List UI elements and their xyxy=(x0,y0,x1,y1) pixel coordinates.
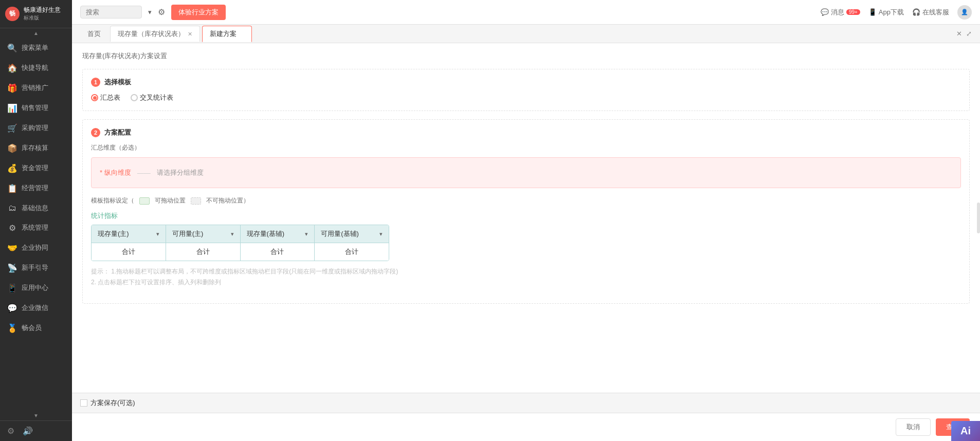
topbar-left: ▾ ⚙ 体验行业方案 xyxy=(80,5,226,20)
antenna-icon: 📡 xyxy=(7,263,17,273)
tab-bar-actions: ✕ ⤢ xyxy=(956,30,972,38)
page-title: 现存量(库存状况表)方案设置 xyxy=(82,51,970,61)
stats-col-2[interactable]: 现存量(基辅) ▾ xyxy=(241,225,315,243)
sidebar-item-search-menu[interactable]: 🔍 搜索菜单 xyxy=(0,38,72,58)
section1-title: 选择模板 xyxy=(104,78,131,87)
sidebar-nav: 🔍 搜索菜单 🏠 快捷导航 🎁 营销推广 📊 销售管理 🛒 采购管理 📦 库存核… xyxy=(0,38,72,411)
headset-icon: 🎧 xyxy=(912,8,920,16)
tab-inventory-close[interactable]: ✕ xyxy=(188,31,192,38)
gear-icon: ⚙ xyxy=(7,223,17,233)
topbar: ▾ ⚙ 体验行业方案 💬 消息 99+ 📱 App下载 🎧 在线客服 👤 xyxy=(72,0,980,25)
tips-label: 提示： xyxy=(91,268,110,275)
sidebar-item-sales[interactable]: 📊 销售管理 xyxy=(0,98,72,118)
tab-home[interactable]: 首页 xyxy=(80,26,108,42)
stats-col-3[interactable]: 可用量(基辅) ▾ xyxy=(315,225,389,243)
clipboard-icon: 📋 xyxy=(7,183,17,193)
phone-icon: 📱 xyxy=(868,8,877,16)
home-icon: 🏠 xyxy=(7,63,17,73)
volume-icon[interactable]: 🔊 xyxy=(23,426,33,436)
draggable-icon xyxy=(139,197,150,205)
close-window-icon[interactable]: ✕ xyxy=(956,30,962,38)
app-logo: 畅 畅康通好生意 标准版 xyxy=(0,0,72,28)
stats-cell-2: 合计 xyxy=(241,243,315,261)
sidebar-item-basic-info[interactable]: 🗂 基础信息 xyxy=(0,198,72,218)
chevron-col1[interactable]: ▾ xyxy=(231,231,234,237)
section1-header: 1 选择模板 xyxy=(91,78,961,87)
topbar-gear-icon[interactable]: ⚙ xyxy=(158,7,165,17)
tips-item-1: 提示： 1.拖动标题栏可以调整布局，不可跨维度或指标区域拖动栏目字段(只能在同一… xyxy=(91,267,961,276)
chevron-col0[interactable]: ▾ xyxy=(156,231,159,237)
indicators-setting: 模板指标设定（ 可拖动位置 不可拖动位置） xyxy=(91,196,961,205)
section-plan-config: 2 方案配置 汇总维度（必选） * 纵向维度 —— 请选择分组维度 模板指标设定… xyxy=(82,119,970,304)
stats-cell-1: 合计 xyxy=(166,243,241,261)
online-service-btn[interactable]: 🎧 在线客服 xyxy=(912,8,949,17)
mobile-icon: 📱 xyxy=(7,283,17,293)
app-name: 畅康通好生意 标准版 xyxy=(24,6,61,22)
action-bar: 取消 查询 xyxy=(72,413,980,441)
cancel-button[interactable]: 取消 xyxy=(896,418,931,436)
sidebar-item-purchase[interactable]: 🛒 采购管理 xyxy=(0,118,72,138)
dimension-divider: —— xyxy=(137,169,151,177)
search-input[interactable] xyxy=(80,6,142,19)
user-avatar[interactable]: 👤 xyxy=(957,5,972,20)
section-choose-template: 1 选择模板 汇总表 交叉统计表 xyxy=(82,69,970,111)
option-cross[interactable]: 交叉统计表 xyxy=(131,93,173,102)
chart-icon: 📊 xyxy=(7,103,17,113)
folder-icon: 🗂 xyxy=(7,204,17,213)
settings-icon[interactable]: ⚙ xyxy=(7,426,14,436)
stats-cell-3: 合计 xyxy=(315,243,389,261)
radio-summary[interactable] xyxy=(91,94,98,101)
option-summary[interactable]: 汇总表 xyxy=(91,93,120,102)
tab-inventory-status[interactable]: 现存量（库存状况表） ✕ xyxy=(110,26,200,42)
expand-window-icon[interactable]: ⤢ xyxy=(966,30,972,38)
sidebar-scroll-up[interactable]: ▲ xyxy=(0,28,72,38)
sidebar-item-system[interactable]: ⚙ 系统管理 xyxy=(0,218,72,238)
save-plan-checkbox[interactable] xyxy=(80,399,87,407)
app-download-btn[interactable]: 📱 App下载 xyxy=(868,8,904,17)
sidebar-item-company[interactable]: 🤝 企业协同 xyxy=(0,238,72,258)
chevron-col3[interactable]: ▾ xyxy=(379,231,383,237)
dimension-area[interactable]: * 纵向维度 —— 请选择分组维度 xyxy=(91,157,961,188)
trial-btn[interactable]: 体验行业方案 xyxy=(171,5,226,20)
tips-item-2: 2. 点击标题栏下拉可设置排序、插入列和删除列 xyxy=(91,278,961,287)
main-area: ▾ ⚙ 体验行业方案 💬 消息 99+ 📱 App下载 🎧 在线客服 👤 首页 xyxy=(72,0,980,441)
box-icon: 📦 xyxy=(7,143,17,153)
stats-col-0[interactable]: 现存量(主) ▾ xyxy=(92,225,166,243)
money-icon: 💰 xyxy=(7,163,17,173)
no-drag-icon xyxy=(191,197,201,205)
tab-new-plan[interactable]: 新建方案 ✕ xyxy=(202,26,252,42)
save-plan-checkbox-label[interactable]: 方案保存(可选) xyxy=(80,398,135,408)
section2-num: 2 xyxy=(91,128,100,137)
sidebar-item-finance[interactable]: 💰 资金管理 xyxy=(0,158,72,178)
stats-table-body: 合计 合计 合计 合计 xyxy=(92,243,389,261)
sidebar-item-operations[interactable]: 📋 经营管理 xyxy=(0,178,72,198)
sidebar-footer: ⚙ 🔊 xyxy=(0,420,72,441)
tab-new-close[interactable]: ✕ xyxy=(240,30,244,37)
sidebar-scroll-down[interactable]: ▼ xyxy=(0,411,72,420)
section1-num: 1 xyxy=(91,78,100,87)
chat-icon: 💬 xyxy=(7,303,17,313)
stats-cell-0: 合计 xyxy=(92,243,166,261)
sidebar-item-inventory[interactable]: 📦 库存核算 xyxy=(0,138,72,158)
sidebar-item-marketing[interactable]: 🎁 营销推广 xyxy=(0,78,72,98)
tabs-bar: 首页 现存量（库存状况表） ✕ 新建方案 ✕ ✕ ⤢ xyxy=(72,25,980,43)
ai-badge[interactable]: Ai xyxy=(951,421,980,441)
chevron-col2[interactable]: ▾ xyxy=(305,231,308,237)
dropdown-icon[interactable]: ▾ xyxy=(148,8,152,16)
stats-col-1[interactable]: 可用量(主) ▾ xyxy=(166,225,241,243)
gift-icon: 🎁 xyxy=(7,83,17,93)
message-btn[interactable]: 💬 消息 99+ xyxy=(821,8,860,17)
sidebar-item-member[interactable]: 🏅 畅会员 xyxy=(0,318,72,338)
sidebar-item-quick-nav[interactable]: 🏠 快捷导航 xyxy=(0,58,72,78)
content-footer: 方案保存(可选) xyxy=(72,393,980,413)
cart-icon: 🛒 xyxy=(7,123,17,133)
tips-section: 提示： 1.拖动标题栏可以调整布局，不可跨维度或指标区域拖动栏目字段(只能在同一… xyxy=(91,267,961,287)
search-menu-icon: 🔍 xyxy=(7,43,17,53)
scrollbar[interactable] xyxy=(977,203,980,233)
radio-cross[interactable] xyxy=(131,94,138,101)
sidebar-item-wechat[interactable]: 💬 企业微信 xyxy=(0,298,72,318)
content-area: 现存量(库存状况表)方案设置 1 选择模板 汇总表 交叉统计表 2 xyxy=(72,43,980,393)
sidebar-item-app-center[interactable]: 📱 应用中心 xyxy=(0,278,72,298)
sidebar-item-guide[interactable]: 📡 新手引导 xyxy=(0,258,72,278)
sidebar: 畅 畅康通好生意 标准版 ▲ 🔍 搜索菜单 🏠 快捷导航 🎁 营销推广 📊 销售… xyxy=(0,0,72,441)
